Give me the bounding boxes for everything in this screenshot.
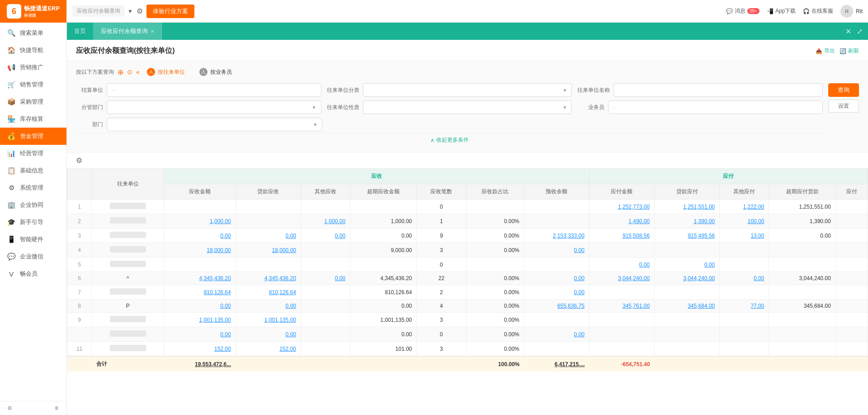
table-cell[interactable]: 2,153,333.00 bbox=[524, 229, 589, 243]
sidebar-item-search[interactable]: 🔍 搜索菜单 bbox=[0, 24, 66, 42]
footer-ar-amount[interactable]: 19,553,472,6... bbox=[164, 356, 236, 372]
sidebar-item-basic[interactable]: 📋 基础信息 bbox=[0, 162, 66, 179]
sidebar-item-wechat[interactable]: 💬 企业微信 bbox=[0, 248, 66, 265]
table-cell[interactable]: 77.00 bbox=[720, 300, 769, 313]
app-download-btn[interactable]: 📲 App下载 bbox=[767, 7, 796, 15]
query-btn[interactable]: 查询 bbox=[828, 83, 859, 97]
table-cell bbox=[301, 243, 350, 258]
table-cell[interactable]: 0.00 bbox=[164, 229, 236, 243]
table-cell[interactable]: 1,000.00 bbox=[164, 214, 236, 229]
table-cell[interactable]: 1,001,135.00 bbox=[164, 313, 236, 327]
refresh-btn[interactable]: 🔄 刷新 bbox=[840, 47, 859, 55]
sidebar-item-corp[interactable]: 🏢 企业协同 bbox=[0, 196, 66, 214]
table-cell[interactable]: 3,044,240.00 bbox=[589, 272, 654, 285]
filter-method-salesman[interactable]: 人 按业务员 bbox=[196, 66, 236, 78]
dept-input[interactable]: ▼ bbox=[107, 100, 321, 114]
trial-btn[interactable]: 体验行业方案 bbox=[146, 5, 194, 18]
table-cell[interactable]: 0.00 bbox=[236, 327, 301, 342]
table-cell bbox=[301, 313, 350, 327]
online-service-btn[interactable]: 🎧 在线客服 bbox=[803, 7, 833, 15]
table-cell[interactable]: 0.00 bbox=[524, 285, 589, 300]
table-cell[interactable]: 1,001,135.00 bbox=[236, 313, 301, 327]
sidebar-item-member[interactable]: V 畅会员 bbox=[0, 265, 66, 282]
table-cell[interactable]: 0.00 bbox=[720, 272, 769, 285]
sidebar-item-label: 库存核算 bbox=[20, 115, 43, 123]
footer-ar-prepaid[interactable]: 6,417,215.... bbox=[524, 356, 589, 372]
table-cell[interactable]: 3,044,240.00 bbox=[655, 272, 720, 285]
table-cell[interactable]: 0.00 bbox=[524, 243, 589, 258]
table-cell[interactable]: 1,000.00 bbox=[301, 214, 350, 229]
table-cell[interactable]: 0.00 bbox=[589, 258, 654, 272]
table-cell[interactable]: 0.00 bbox=[301, 272, 350, 285]
settings-btn[interactable]: 设置 bbox=[828, 100, 859, 113]
table-cell[interactable]: 345,684.00 bbox=[655, 300, 720, 313]
user-menu[interactable]: R Rit bbox=[840, 5, 863, 18]
sidebar-item-operations[interactable]: 📊 经营管理 bbox=[0, 145, 66, 162]
table-cell[interactable]: 1,222.00 bbox=[720, 200, 769, 214]
messages-btn[interactable]: 💬 消息 99+ bbox=[726, 7, 760, 15]
table-cell[interactable]: 0.00 bbox=[236, 300, 301, 313]
sidebar-item-quicknav[interactable]: 🏠 快捷导航 bbox=[0, 42, 66, 59]
table-cell[interactable]: 0.00 bbox=[655, 258, 720, 272]
collapse-more-btn[interactable]: ∧ 收起更多条件 bbox=[76, 133, 823, 147]
table-cell[interactable]: 4,345,436.20 bbox=[236, 272, 301, 285]
tabbar-close-icon[interactable]: ✕ bbox=[845, 27, 851, 36]
footer-ap-loan bbox=[655, 356, 720, 372]
sidebar-item-purchase[interactable]: 📦 采购管理 bbox=[0, 93, 66, 110]
cell-ar-count: 4 bbox=[417, 300, 466, 313]
table-config-icon[interactable]: ⚙ bbox=[76, 156, 82, 165]
tab-ar-query[interactable]: 应收应付余额查询 × bbox=[94, 23, 162, 40]
export-btn[interactable]: 📤 导出 bbox=[816, 47, 835, 55]
table-cell[interactable]: 810,126.64 bbox=[164, 285, 236, 300]
filter-label: 按以下方案查询 bbox=[76, 68, 114, 76]
table-cell[interactable]: 152.00 bbox=[236, 342, 301, 357]
sidebar-item-system[interactable]: ⚙ 系统管理 bbox=[0, 179, 66, 196]
partner-category-input[interactable]: ▼ bbox=[363, 83, 572, 97]
breadcrumb-dropdown[interactable]: ▼ bbox=[127, 8, 133, 14]
partner-name-input[interactable] bbox=[613, 83, 823, 97]
tab-close-icon[interactable]: × bbox=[151, 28, 154, 35]
sidebar-item-hardware[interactable]: 📱 智能硬件 bbox=[0, 231, 66, 248]
table-cell[interactable]: 345,761.00 bbox=[589, 300, 654, 313]
sidebar-collapse-btn[interactable]: ⏸ bbox=[54, 405, 59, 411]
table-cell[interactable]: 0.00 bbox=[236, 229, 301, 243]
table-cell[interactable]: 915,495.56 bbox=[655, 229, 720, 243]
table-cell[interactable]: 915,508.56 bbox=[589, 229, 654, 243]
salesman-input[interactable]: ··· bbox=[608, 100, 823, 114]
table-cell[interactable]: 0.00 bbox=[164, 300, 236, 313]
table-cell[interactable]: 1,252,773.00 bbox=[589, 200, 654, 214]
settlement-input[interactable]: ··· bbox=[107, 83, 321, 97]
filter-method-partner[interactable]: 人 按往来单位 bbox=[143, 66, 189, 78]
table-cell[interactable]: 0.00 bbox=[524, 272, 589, 285]
sidebar-item-sales[interactable]: 🛒 销售管理 bbox=[0, 76, 66, 93]
header-gear-icon[interactable]: ⚙ bbox=[137, 7, 143, 15]
filter-field-department: 部门 ▼ bbox=[76, 118, 322, 131]
table-cell[interactable]: 1,390.00 bbox=[655, 214, 720, 229]
table-cell[interactable]: 0.00 bbox=[301, 229, 350, 243]
table-cell[interactable]: 655,636.75 bbox=[524, 300, 589, 313]
filter-add-btn[interactable]: ⊕ bbox=[118, 68, 123, 76]
sidebar-item-guide[interactable]: 🎓 新手引导 bbox=[0, 214, 66, 231]
messages-label: 消息 bbox=[735, 7, 745, 15]
table-cell[interactable]: 13.00 bbox=[720, 229, 769, 243]
sidebar-item-finance[interactable]: 💰 资金管理 bbox=[0, 128, 66, 145]
table-cell[interactable]: 1,251,551.00 bbox=[655, 200, 720, 214]
sidebar-item-inventory[interactable]: 🏪 库存核算 bbox=[0, 110, 66, 128]
sidebar-item-marketing[interactable]: 📢 营销推广 bbox=[0, 59, 66, 76]
department-input[interactable]: ▼ bbox=[107, 118, 322, 131]
filter-settings-icon[interactable]: ⊙ bbox=[127, 68, 132, 76]
table-cell[interactable]: 0.00 bbox=[164, 327, 236, 342]
table-cell[interactable]: 18,000.00 bbox=[236, 243, 301, 258]
table-cell[interactable]: 0.00 bbox=[524, 327, 589, 342]
tabbar-expand-icon[interactable]: ⤢ bbox=[857, 27, 863, 36]
table-cell[interactable]: 4,345,436.20 bbox=[164, 272, 236, 285]
table-cell[interactable]: 1,490.00 bbox=[589, 214, 654, 229]
filter-collapse-btn[interactable]: « bbox=[136, 68, 140, 76]
table-cell[interactable]: 810,126.64 bbox=[236, 285, 301, 300]
partner-nature-input[interactable]: ▼ bbox=[363, 100, 572, 114]
table-cell[interactable]: 18,000.00 bbox=[164, 243, 236, 258]
table-cell[interactable]: 100.00 bbox=[720, 214, 769, 229]
table-cell[interactable]: 152.00 bbox=[164, 342, 236, 357]
sidebar-settings-btn[interactable]: ⚙ bbox=[7, 405, 12, 411]
tab-home[interactable]: 首页 bbox=[67, 23, 94, 40]
